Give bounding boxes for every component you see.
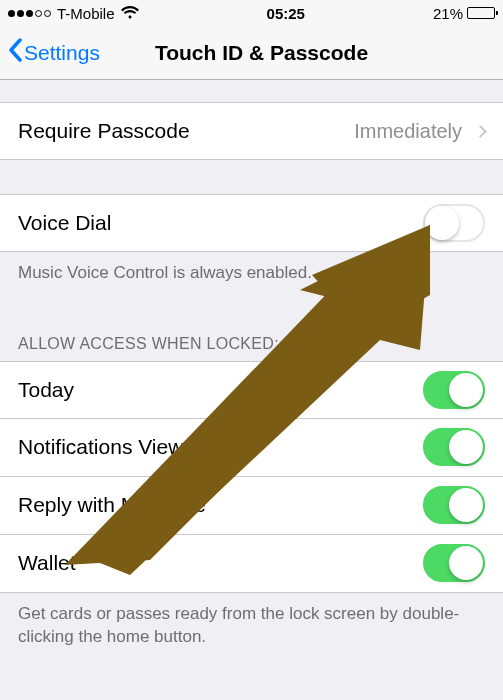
voice-dial-label: Voice Dial [18,211,111,235]
allow-access-header: ALLOW ACCESS WHEN LOCKED: [0,301,503,361]
today-label: Today [18,378,74,402]
group-require-passcode: Require Passcode Immediately [0,102,503,160]
notifications-view-cell: Notifications View [0,419,503,477]
battery-percent: 21% [433,5,463,22]
carrier-label: T-Mobile [57,5,115,22]
require-passcode-label: Require Passcode [18,119,190,143]
signal-strength-icon [8,10,51,17]
reply-with-message-cell: Reply with Message [0,477,503,535]
wifi-icon [121,5,139,22]
notifications-view-label: Notifications View [18,435,183,459]
chevron-left-icon [8,38,22,67]
clock: 05:25 [267,5,305,22]
group-allow-access: ALLOW ACCESS WHEN LOCKED: Today Notifica… [0,301,503,665]
back-label: Settings [24,41,100,65]
reply-with-message-toggle[interactable] [423,486,485,524]
battery-icon [467,7,495,19]
require-passcode-value: Immediately [354,120,462,143]
status-left: T-Mobile [8,5,139,22]
chevron-right-icon [474,125,487,138]
nav-bar: Settings Touch ID & Passcode [0,26,503,80]
allow-access-footer: Get cards or passes ready from the lock … [0,593,503,665]
back-button[interactable]: Settings [8,38,100,67]
wallet-cell: Wallet [0,535,503,593]
today-cell: Today [0,361,503,419]
today-toggle[interactable] [423,371,485,409]
reply-with-message-label: Reply with Message [18,493,206,517]
voice-dial-toggle[interactable] [423,204,485,242]
status-right: 21% [433,5,495,22]
notifications-view-toggle[interactable] [423,428,485,466]
require-passcode-cell[interactable]: Require Passcode Immediately [0,102,503,160]
group-voice-dial: Voice Dial Music Voice Control is always… [0,194,503,301]
voice-dial-cell: Voice Dial [0,194,503,252]
voice-dial-footer: Music Voice Control is always enabled. [0,252,503,301]
wallet-label: Wallet [18,551,76,575]
wallet-toggle[interactable] [423,544,485,582]
status-bar: T-Mobile 05:25 21% [0,0,503,26]
